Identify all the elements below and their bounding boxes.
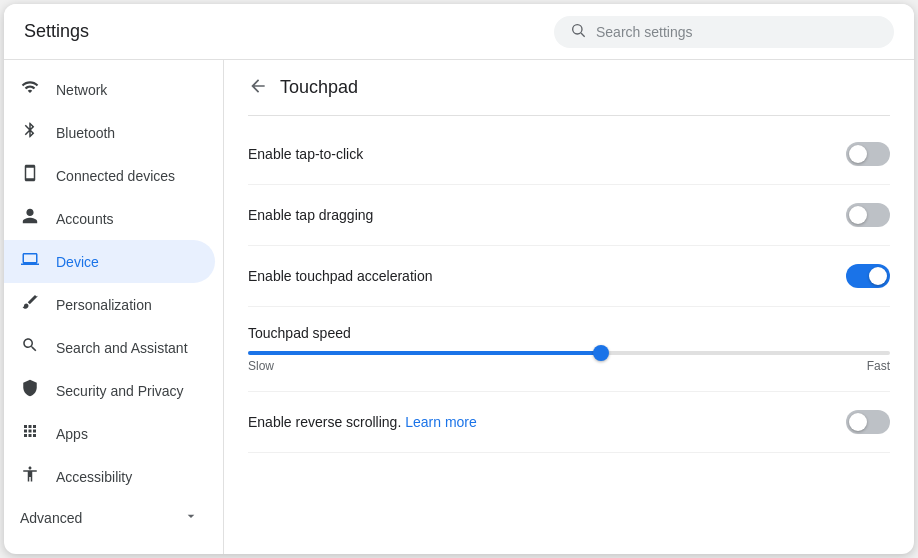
- laptop-icon: [20, 250, 40, 273]
- wifi-icon: [20, 78, 40, 101]
- reverse-scrolling-toggle[interactable]: [846, 410, 890, 434]
- learn-more-link[interactable]: Learn more: [405, 414, 477, 430]
- sidebar-item-security-privacy[interactable]: Security and Privacy: [4, 369, 215, 412]
- advanced-label: Advanced: [20, 510, 82, 526]
- setting-tap-to-click: Enable tap-to-click: [248, 124, 890, 185]
- search-nav-icon: [20, 336, 40, 359]
- toggle-thumb: [849, 145, 867, 163]
- tap-dragging-label: Enable tap dragging: [248, 207, 373, 223]
- setting-reverse-scrolling: Enable reverse scrolling. Learn more: [248, 392, 890, 453]
- page-header: Touchpad: [248, 60, 890, 116]
- toggle-thumb: [849, 413, 867, 431]
- svg-point-0: [573, 24, 582, 33]
- slider-track: [248, 351, 890, 355]
- reverse-scrolling-label: Enable reverse scrolling. Learn more: [248, 414, 477, 430]
- sidebar-label-apps: Apps: [56, 426, 88, 442]
- sidebar-item-advanced[interactable]: Advanced: [4, 498, 215, 537]
- svg-line-1: [581, 33, 585, 37]
- sidebar-item-connected-devices[interactable]: Connected devices: [4, 154, 215, 197]
- search-input[interactable]: [596, 24, 878, 40]
- slider-container: Slow Fast: [248, 351, 890, 373]
- touchpad-acceleration-toggle[interactable]: [846, 264, 890, 288]
- search-bar[interactable]: [554, 16, 894, 48]
- toggle-thumb: [849, 206, 867, 224]
- accessibility-icon: [20, 465, 40, 488]
- sidebar-item-accessibility[interactable]: Accessibility: [4, 455, 215, 498]
- slider-range: Slow Fast: [248, 359, 890, 373]
- tap-to-click-label: Enable tap-to-click: [248, 146, 363, 162]
- sidebar-item-accounts[interactable]: Accounts: [4, 197, 215, 240]
- person-icon: [20, 207, 40, 230]
- bluetooth-icon: [20, 121, 40, 144]
- sidebar-item-device[interactable]: Device: [4, 240, 215, 283]
- touchpad-speed-label: Touchpad speed: [248, 325, 890, 341]
- device-icon: [20, 164, 40, 187]
- sidebar-label-security-privacy: Security and Privacy: [56, 383, 184, 399]
- sidebar-label-accounts: Accounts: [56, 211, 114, 227]
- slider-full-wrap: Slow Fast: [248, 351, 890, 373]
- setting-touchpad-speed: Touchpad speed Slow Fast: [248, 307, 890, 392]
- chevron-down-icon: [183, 508, 199, 527]
- brush-icon: [20, 293, 40, 316]
- page-title: Touchpad: [280, 77, 358, 98]
- content-area: Network Bluetooth Connected device: [4, 60, 914, 554]
- touchpad-acceleration-label: Enable touchpad acceleration: [248, 268, 432, 284]
- shield-icon: [20, 379, 40, 402]
- sidebar-label-bluetooth: Bluetooth: [56, 125, 115, 141]
- settings-window: Settings Network: [4, 4, 914, 554]
- app-title: Settings: [24, 21, 89, 42]
- sidebar: Network Bluetooth Connected device: [4, 60, 224, 554]
- apps-icon: [20, 422, 40, 445]
- tap-dragging-toggle[interactable]: [846, 203, 890, 227]
- sidebar-label-device: Device: [56, 254, 99, 270]
- back-button[interactable]: [248, 76, 268, 99]
- sidebar-label-search-assistant: Search and Assistant: [56, 340, 188, 356]
- sidebar-label-personalization: Personalization: [56, 297, 152, 313]
- header: Settings: [4, 4, 914, 60]
- sidebar-item-search-assistant[interactable]: Search and Assistant: [4, 326, 215, 369]
- sidebar-item-personalization[interactable]: Personalization: [4, 283, 215, 326]
- search-icon: [570, 22, 586, 42]
- tap-to-click-toggle[interactable]: [846, 142, 890, 166]
- sidebar-item-bluetooth[interactable]: Bluetooth: [4, 111, 215, 154]
- sidebar-label-connected-devices: Connected devices: [56, 168, 175, 184]
- setting-tap-dragging: Enable tap dragging: [248, 185, 890, 246]
- sidebar-label-network: Network: [56, 82, 107, 98]
- sidebar-item-apps[interactable]: Apps: [4, 412, 215, 455]
- setting-touchpad-acceleration: Enable touchpad acceleration: [248, 246, 890, 307]
- sidebar-label-accessibility: Accessibility: [56, 469, 132, 485]
- sidebar-item-network[interactable]: Network: [4, 68, 215, 111]
- slow-label: Slow: [248, 359, 274, 373]
- main-content: Touchpad Enable tap-to-click Enable tap …: [224, 60, 914, 554]
- toggle-thumb: [869, 267, 887, 285]
- fast-label: Fast: [867, 359, 890, 373]
